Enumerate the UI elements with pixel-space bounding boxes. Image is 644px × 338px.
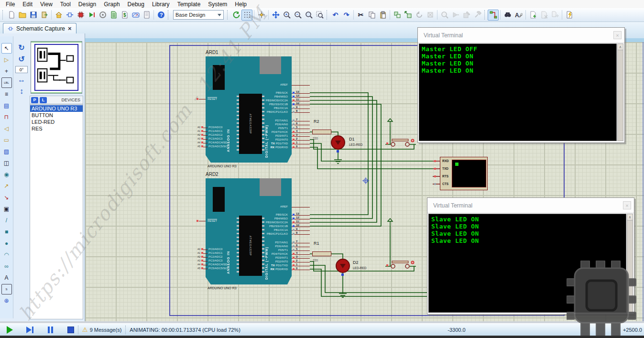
remove-sheet-icon[interactable] <box>538 10 549 21</box>
2d-circle-icon[interactable]: ● <box>1 238 12 249</box>
scroll-up-icon[interactable]: ∧ <box>627 214 633 220</box>
arduino-board-ard2[interactable]: ARD2 ATMEGA328P ANALOG IN DIGITAL (~PWM)… <box>195 173 315 292</box>
menu-item[interactable]: View <box>36 0 56 8</box>
junction-dot-icon[interactable]: + <box>1 66 12 76</box>
simulator-meter-icon[interactable] <box>130 10 141 21</box>
2d-text-icon[interactable]: A <box>1 273 12 283</box>
pick-devices-button[interactable]: P <box>31 97 38 103</box>
virtual-terminal-component[interactable]: RXDTXDRTSCTS <box>433 157 489 190</box>
new-file-icon[interactable] <box>6 10 17 21</box>
close-icon[interactable]: × <box>623 201 631 209</box>
device-pin-icon[interactable]: ▭ <box>1 135 12 145</box>
design-explorer-icon[interactable] <box>97 10 108 21</box>
menu-item[interactable]: File <box>2 0 19 8</box>
block-rotate-icon[interactable] <box>414 10 425 21</box>
block-copy-icon[interactable] <box>392 10 403 21</box>
text-script-icon[interactable]: ≡ <box>1 89 12 99</box>
goto-sheet-icon[interactable] <box>549 10 560 21</box>
design-selector[interactable]: Base Design <box>173 10 224 20</box>
electrical-rule-check-icon[interactable] <box>564 10 575 21</box>
resistor-r1[interactable] <box>312 251 331 256</box>
rotate-ccw-icon[interactable]: ↺ <box>16 55 27 64</box>
paste-icon[interactable] <box>377 10 388 21</box>
3d-viewer-icon[interactable] <box>86 10 97 21</box>
2d-path-icon[interactable]: ∞ <box>1 261 12 272</box>
2d-arc-icon[interactable]: ◠ <box>1 250 12 260</box>
copy-icon[interactable] <box>366 10 377 21</box>
bom-report-icon[interactable] <box>108 10 119 21</box>
make-device-icon[interactable] <box>450 10 461 21</box>
2d-symbol-icon[interactable]: S <box>1 284 12 294</box>
property-assignment-icon[interactable]: A <box>513 10 524 21</box>
device-list-item[interactable]: LED-RED <box>30 119 83 125</box>
virtual-terminal-window-slave[interactable]: Virtual Terminal × Slave LED ONSlave LED… <box>427 197 634 315</box>
virtual-instrument-icon[interactable]: ▣ <box>1 204 12 214</box>
open-folder-icon[interactable] <box>17 10 28 21</box>
zoom-all-icon[interactable] <box>303 10 314 21</box>
component-mode-icon[interactable]: ▷ <box>1 55 12 65</box>
arduino-board-ard1[interactable]: ARD1 ATMEGA328P ANALOG IN DIGITAL (~PWM)… <box>195 51 315 170</box>
search-parts-icon[interactable] <box>502 10 513 21</box>
scrollbar[interactable]: ∧ <box>617 44 623 141</box>
redo-icon[interactable]: ↷ <box>341 10 352 21</box>
decompose-icon[interactable] <box>472 10 483 21</box>
rotation-angle-input[interactable] <box>15 66 28 73</box>
pcb-layout-icon[interactable] <box>75 10 86 21</box>
menu-item[interactable]: Template <box>174 0 205 8</box>
wire-autorouter-icon[interactable] <box>488 10 499 21</box>
import-export-icon[interactable] <box>39 10 50 21</box>
tab-close-icon[interactable]: × <box>68 26 72 31</box>
close-icon[interactable]: × <box>613 31 622 39</box>
menu-item[interactable]: Graph <box>100 0 123 8</box>
save-icon[interactable] <box>28 10 39 21</box>
pick-parts-icon[interactable] <box>439 10 450 21</box>
scrollbar[interactable]: ∧ <box>627 214 633 313</box>
led-d2[interactable] <box>336 259 350 273</box>
scroll-up-icon[interactable]: ∧ <box>618 44 623 50</box>
wire-label-icon[interactable]: LBL <box>1 77 12 88</box>
text-notes-icon[interactable] <box>141 10 152 21</box>
cut-icon[interactable]: ✂ <box>355 10 366 21</box>
device-list-item[interactable]: BUTTON <box>30 112 83 119</box>
grid-toggle-icon[interactable] <box>241 10 252 21</box>
2d-line-icon[interactable]: / <box>1 215 12 226</box>
mirror-vertical-icon[interactable]: ↕ <box>16 87 27 96</box>
schematic-overview[interactable] <box>31 41 82 94</box>
voltage-probe-icon[interactable]: ↗ <box>1 181 12 191</box>
origin-icon[interactable] <box>256 10 267 21</box>
2d-box-icon[interactable]: ■ <box>1 227 12 237</box>
menu-item[interactable]: Tool <box>56 0 75 8</box>
block-delete-icon[interactable] <box>425 10 436 21</box>
led-d1[interactable] <box>331 135 345 150</box>
pause-button[interactable] <box>48 327 53 333</box>
tab-schematic-capture[interactable]: Schematic Capture × <box>3 23 76 33</box>
rotate-cw-icon[interactable]: ↻ <box>16 43 27 53</box>
terminal-mode-icon[interactable]: ◁ <box>1 123 12 134</box>
bom-cost-icon[interactable]: $ <box>119 10 130 21</box>
menu-item[interactable]: System <box>204 0 231 8</box>
new-sheet-icon[interactable] <box>527 10 538 21</box>
device-list-item[interactable]: RES <box>30 125 83 132</box>
packaging-tool-icon[interactable] <box>461 10 472 21</box>
generator-icon[interactable]: ◉ <box>1 169 12 180</box>
pan-tool-icon[interactable] <box>270 10 281 21</box>
selection-mode-icon[interactable]: ↖ <box>1 43 12 54</box>
library-button[interactable]: L <box>40 97 47 103</box>
bus-mode-icon[interactable]: ▤ <box>1 100 12 111</box>
zoom-out-icon[interactable] <box>292 10 303 21</box>
stop-button[interactable] <box>67 327 74 333</box>
push-button[interactable] <box>385 138 416 151</box>
zoom-in-icon[interactable] <box>281 10 292 21</box>
virtual-terminal-window-master[interactable]: Virtual Terminal × Master LED OFFMaster … <box>417 27 625 143</box>
home-icon[interactable] <box>53 10 64 21</box>
block-move-icon[interactable] <box>403 10 414 21</box>
resistor-r2[interactable] <box>312 130 331 134</box>
help-icon[interactable]: ? <box>155 10 166 21</box>
subcircuit-icon[interactable]: ⊓ <box>1 112 12 122</box>
tape-recorder-icon[interactable]: ◫ <box>1 158 12 168</box>
current-probe-icon[interactable]: ↘ <box>1 192 12 203</box>
menu-item[interactable]: Debug <box>124 0 148 8</box>
2d-marker-icon[interactable]: ⊕ <box>1 295 12 306</box>
undo-icon[interactable]: ↶ <box>330 10 341 21</box>
menu-item[interactable]: Edit <box>19 0 36 8</box>
